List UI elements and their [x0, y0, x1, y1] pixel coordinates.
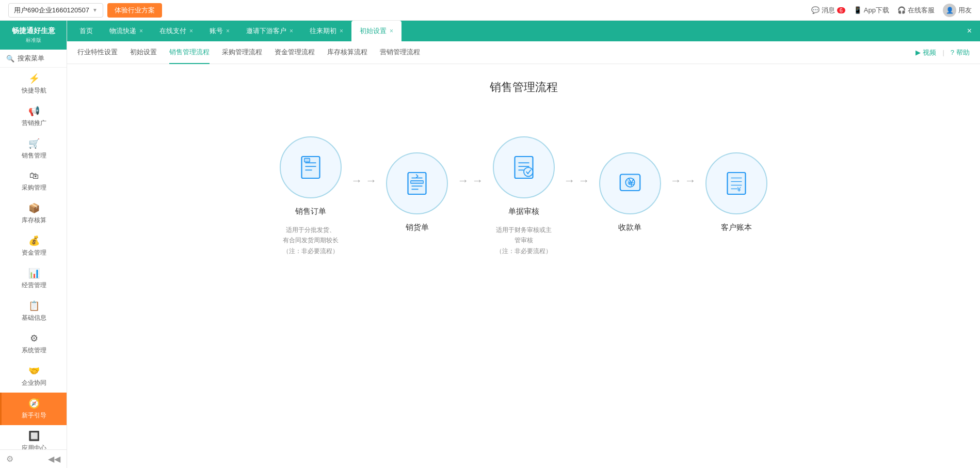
- flow-step-sales-order-title: 销售订单: [295, 207, 326, 216]
- sidebar-item-label: 新手引导: [22, 411, 46, 420]
- content-area: 首页 物流快递 × 在线支付 × 账号 × 邀请下游客户 × 往来期初 ×: [67, 21, 980, 468]
- sub-tab-sales-flow[interactable]: 销售管理流程: [169, 41, 210, 64]
- trial-button[interactable]: 体验行业方案: [107, 3, 162, 18]
- tab-logistics[interactable]: 物流快递 ×: [101, 21, 151, 41]
- tab-payment-close[interactable]: ×: [189, 27, 193, 35]
- tab-payment[interactable]: 在线支付 ×: [151, 21, 201, 41]
- flow-arrow-3: → →: [560, 174, 594, 188]
- sub-tab-finance-flow[interactable]: 资金管理流程: [275, 41, 315, 64]
- settings-icon[interactable]: ⚙: [6, 454, 13, 464]
- user-name-label: 用友: [958, 6, 972, 15]
- collapse-icon[interactable]: ◀◀: [48, 454, 60, 464]
- tab-home[interactable]: 首页: [71, 21, 101, 41]
- sidebar-item-marketing-promo[interactable]: 📢 营销推广: [0, 100, 67, 133]
- tab-logistics-label: 物流快递: [109, 26, 136, 36]
- sub-tab-industry[interactable]: 行业特性设置: [77, 41, 118, 64]
- app-center-icon: 🔲: [28, 430, 40, 442]
- sub-tab-init-label: 初始设置: [130, 48, 157, 57]
- flow-step-ledger: ¥ 客户账本: [700, 152, 773, 241]
- tab-logistics-close[interactable]: ×: [139, 27, 143, 35]
- topbar-left: 用户690企业1660120507 ▼ 体验行业方案: [8, 3, 162, 18]
- sub-tab-inventory-label: 库存核算流程: [327, 48, 367, 57]
- sidebar-item-label: 资金管理: [22, 248, 46, 257]
- tab-account-close[interactable]: ×: [226, 27, 230, 35]
- message-badge: 6: [837, 7, 845, 13]
- tab-init-close[interactable]: ×: [390, 27, 393, 35]
- tab-init-settings[interactable]: 初始设置 ×: [351, 21, 401, 41]
- help-icon: ?: [951, 49, 954, 56]
- main-layout: 畅捷通好生意 标准版 🔍 搜索菜单 ⚡ 快捷导航 📢 营销推广 🛒 销售管理 🛍…: [0, 21, 980, 468]
- sidebar-search[interactable]: 🔍 搜索菜单: [0, 50, 67, 68]
- sidebar-item-label: 库存核算: [22, 216, 46, 225]
- tab-init-label: 初始设置: [360, 26, 387, 36]
- sidebar-item-sales-mgmt[interactable]: 🛒 销售管理: [0, 133, 67, 165]
- finance-mgmt-icon: 💰: [28, 235, 40, 246]
- sidebar-item-basic-info[interactable]: 📋 基础信息: [0, 295, 67, 327]
- marketing-promo-icon: 📢: [28, 105, 40, 117]
- sidebar-item-corp-collab[interactable]: 🤝 企业协同: [0, 360, 67, 393]
- sidebar: 畅捷通好生意 标准版 🔍 搜索菜单 ⚡ 快捷导航 📢 营销推广 🛒 销售管理 🛍…: [0, 21, 67, 468]
- sub-tab-init[interactable]: 初始设置: [130, 41, 157, 64]
- flow-arrow-4: → →: [666, 174, 700, 188]
- sidebar-item-purchase-mgmt[interactable]: 🛍 采购管理: [0, 165, 67, 197]
- app-download-item[interactable]: 📱 App下载: [854, 6, 889, 15]
- tab-past-close[interactable]: ×: [340, 27, 343, 35]
- sidebar-item-system-mgmt[interactable]: ⚙ 系统管理: [0, 327, 67, 360]
- sub-tab-purchase-flow[interactable]: 采购管理流程: [222, 41, 262, 64]
- help-label: 帮助: [956, 48, 970, 57]
- sub-tab-marketing-flow[interactable]: 营销管理流程: [380, 41, 420, 64]
- sub-tab-inventory-flow[interactable]: 库存核算流程: [327, 41, 367, 64]
- sidebar-item-label: 经营管理: [22, 281, 46, 290]
- tab-past-period[interactable]: 往来期初 ×: [301, 21, 351, 41]
- help-item[interactable]: ? 帮助: [951, 48, 970, 57]
- ops-mgmt-icon: 📊: [28, 268, 40, 279]
- sidebar-item-inventory[interactable]: 📦 库存核算: [0, 197, 67, 230]
- sidebar-item-quick-nav[interactable]: ⚡ 快捷导航: [0, 68, 67, 100]
- flow-circle-receipt[interactable]: ¥ ¥: [599, 152, 661, 214]
- user-selector[interactable]: 用户690企业1660120507 ▼: [8, 3, 103, 18]
- flow-step-receipt-title: 收款单: [618, 223, 641, 232]
- flow-circle-ledger[interactable]: ¥: [705, 152, 767, 214]
- topbar: 用户690企业1660120507 ▼ 体验行业方案 💬 消息 6 📱 App下…: [0, 0, 980, 21]
- tab-home-label: 首页: [79, 26, 93, 36]
- basic-info-icon: 📋: [28, 300, 40, 311]
- sub-tab-finance-label: 资金管理流程: [275, 48, 315, 57]
- svg-text:¥: ¥: [737, 185, 741, 193]
- tab-invite-downstream[interactable]: 邀请下游客户 ×: [238, 21, 301, 41]
- sidebar-item-finance-mgmt[interactable]: 💰 资金管理: [0, 230, 67, 262]
- flow-step-sales-order-desc: 适用于分批发货、有合同发货周期较长（注：非必要流程）: [283, 225, 339, 256]
- video-icon: ▶: [915, 49, 921, 56]
- tab-invite-close[interactable]: ×: [290, 27, 293, 35]
- flow-circle-invoice[interactable]: [386, 152, 448, 214]
- flow-step-audit: 单据审核 适用于财务审核或主管审核（注：非必要流程）: [488, 136, 560, 256]
- service-item[interactable]: 🎧 在线客服: [897, 6, 935, 15]
- flow-circle-audit[interactable]: [493, 136, 555, 198]
- message-item[interactable]: 💬 消息 6: [811, 6, 845, 15]
- divider: |: [942, 49, 944, 56]
- svg-point-14: [524, 167, 533, 177]
- sidebar-search-label: 搜索菜单: [18, 54, 44, 63]
- flow-step-ledger-title: 客户账本: [721, 223, 752, 232]
- avatar: 👤: [943, 4, 956, 17]
- flow-step-receipt: ¥ ¥ 收款单: [594, 152, 666, 241]
- sidebar-bottom: ⚙ ◀◀: [0, 449, 67, 468]
- message-label: 消息: [822, 6, 835, 15]
- sidebar-item-label: 系统管理: [22, 346, 46, 355]
- nav-tabs-close-all[interactable]: ×: [963, 26, 976, 36]
- quick-nav-icon: ⚡: [28, 73, 40, 84]
- logo-title: 畅捷通好生意: [12, 26, 55, 36]
- flow-circle-sales-order[interactable]: [280, 136, 342, 198]
- tab-account[interactable]: 账号 ×: [201, 21, 238, 41]
- sidebar-item-label: 销售管理: [22, 151, 46, 160]
- page-content: 销售管理流程 销售订单 适用于分批发货、有合同发货周期较长（: [67, 64, 980, 468]
- sidebar-item-label: 采购管理: [22, 183, 46, 192]
- flow-arrow-1: → →: [347, 174, 381, 188]
- sidebar-item-new-guide[interactable]: 🧭 新手引导: [0, 393, 67, 425]
- video-help-item[interactable]: ▶ 视频: [915, 48, 936, 57]
- flow-step-invoice-title: 销货单: [406, 223, 429, 232]
- search-icon: 🔍: [6, 55, 14, 63]
- sidebar-item-ops-mgmt[interactable]: 📊 经营管理: [0, 262, 67, 295]
- sidebar-item-app-center[interactable]: 🔲 应用中心: [0, 425, 67, 449]
- user-info-item[interactable]: 👤 用友: [943, 4, 972, 17]
- purchase-mgmt-icon: 🛍: [29, 170, 39, 181]
